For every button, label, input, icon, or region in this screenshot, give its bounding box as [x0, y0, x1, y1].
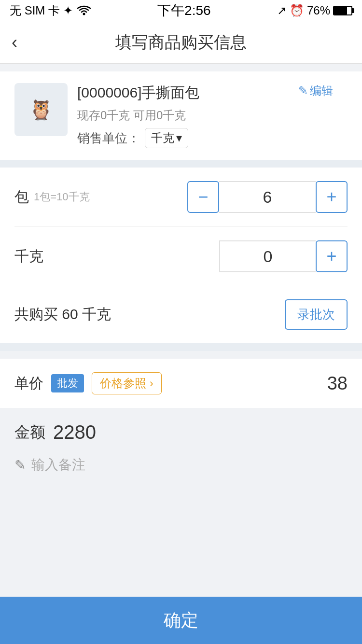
- status-bar: 无 SIM 卡 ✦ 下午2:56 ↗ ⏰ 76%: [0, 0, 362, 21]
- status-time: 下午2:56: [157, 1, 211, 20]
- kg-increment-button[interactable]: +: [316, 240, 348, 272]
- input-section: 包 1包=10千克 − + 千克 +: [0, 168, 362, 286]
- bao-controls: − +: [187, 181, 348, 213]
- confirm-button[interactable]: 确定: [0, 597, 362, 644]
- svg-point-0: [83, 13, 85, 15]
- back-button[interactable]: ‹: [12, 32, 17, 53]
- wifi-icon: [77, 5, 91, 16]
- battery-icon: [333, 6, 352, 15]
- amount-section: 金额 2280 ✎ 输入备注: [0, 408, 362, 484]
- product-info-wrapper: ✎ 编辑 [0000006]手撕面包 现存0千克 可用0千克 销售单位： 千克 …: [77, 83, 348, 148]
- kg-controls: +: [219, 240, 348, 272]
- bao-quantity-input[interactable]: [219, 181, 316, 213]
- product-image: 🦉: [14, 83, 68, 136]
- clock-icon: ⏰: [290, 4, 304, 17]
- status-left: 无 SIM 卡 ✦: [10, 3, 91, 18]
- price-value: 38: [327, 373, 348, 394]
- dropdown-icon: ▾: [176, 131, 182, 145]
- status-right: ↗ ⏰ 76%: [277, 4, 352, 17]
- bao-hint: 1包=10千克: [34, 190, 90, 204]
- remark-icon: ✎: [14, 457, 26, 473]
- price-section: 单价 批发 价格参照 › 38: [0, 359, 362, 408]
- bao-increment-button[interactable]: +: [316, 181, 348, 213]
- divider-2: [0, 343, 362, 351]
- product-unit-row: 销售单位： 千克 ▾: [77, 128, 348, 148]
- nav-bar: ‹ 填写商品购买信息: [0, 21, 362, 64]
- price-tag: 批发: [51, 374, 84, 392]
- remark-row[interactable]: ✎ 输入备注: [14, 451, 348, 479]
- sim-text: 无 SIM 卡 ✦: [10, 3, 73, 18]
- summary-text: 共购买 60 千克: [14, 305, 111, 324]
- amount-label: 金额: [14, 422, 45, 443]
- battery-percent: 76%: [307, 4, 330, 17]
- edit-icon: ✎: [298, 84, 308, 98]
- bao-decrement-button[interactable]: −: [187, 181, 219, 213]
- product-stock: 现存0千克 可用0千克: [77, 108, 348, 123]
- amount-row: 金额 2280: [14, 421, 348, 443]
- kg-quantity-input[interactable]: [219, 240, 316, 272]
- divider-1: [0, 160, 362, 168]
- batch-button[interactable]: 录批次: [285, 299, 348, 330]
- bao-input-row: 包 1包=10千克 − +: [14, 168, 348, 227]
- price-label: 单价: [14, 374, 43, 393]
- price-ref-button[interactable]: 价格参照 ›: [92, 372, 162, 394]
- kg-label: 千克: [14, 247, 43, 266]
- unit-label: 销售单位：: [77, 130, 140, 147]
- edit-button[interactable]: ✎ 编辑: [298, 83, 333, 98]
- price-row: 单价 批发 价格参照 › 38: [14, 372, 348, 394]
- summary-row: 共购买 60 千克 录批次: [0, 286, 362, 343]
- product-card: 🦉 ✎ 编辑 [0000006]手撕面包 现存0千克 可用0千克 销售单位： 千…: [0, 71, 362, 160]
- amount-value: 2280: [53, 421, 96, 443]
- bao-label: 包 1包=10千克: [14, 187, 90, 207]
- remark-placeholder: 输入备注: [31, 456, 85, 474]
- kg-input-row: 千克 +: [14, 227, 348, 286]
- unit-select[interactable]: 千克 ▾: [145, 128, 188, 148]
- location-icon: ↗: [277, 4, 287, 17]
- page-title: 填写商品购买信息: [115, 31, 247, 54]
- product-logo: 🦉: [29, 98, 53, 121]
